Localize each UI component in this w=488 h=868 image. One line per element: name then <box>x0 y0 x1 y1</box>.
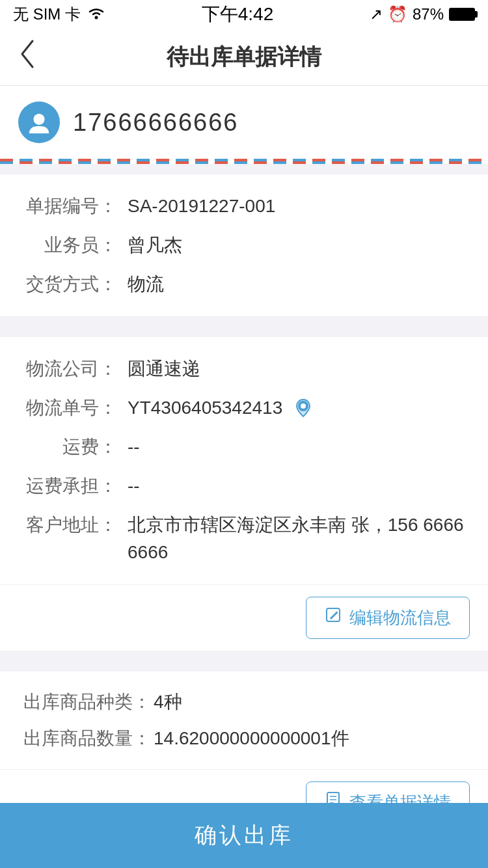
back-button[interactable] <box>18 38 36 75</box>
sales-person-row: 业务员： 曾凡杰 <box>23 232 465 259</box>
status-time: 下午4:42 <box>202 2 274 27</box>
freight-value: -- <box>128 433 465 461</box>
battery-label: 87% <box>413 5 444 23</box>
freight-bearer-label: 运费承担： <box>23 472 128 500</box>
svg-point-0 <box>95 16 98 20</box>
page-title: 待出库单据详情 <box>167 42 321 72</box>
goods-types-row: 出库商品种类： 4种 <box>23 690 465 714</box>
tracking-number-label: 物流单号： <box>23 394 128 422</box>
alarm-icon: ⏰ <box>388 5 407 23</box>
edit-logistics-btn-row: 编辑物流信息 <box>0 584 488 651</box>
dashed-separator <box>0 159 488 164</box>
goods-quantity-label: 出库商品数量： <box>23 726 154 751</box>
edit-logistics-label: 编辑物流信息 <box>349 606 451 629</box>
customer-card: 17666666666 <box>0 86 488 159</box>
status-bar: 无 SIM 卡 下午4:42 ↗ ⏰ 87% <box>0 0 488 29</box>
customer-phone: 17666666666 <box>73 109 238 137</box>
document-number-label: 单据编号： <box>23 193 128 220</box>
tracking-number-text: YT4306405342413 <box>128 394 282 422</box>
delivery-method-label: 交货方式： <box>23 271 128 298</box>
address-value: 北京市市辖区海淀区永丰南 张，156 6666 6666 <box>128 511 465 566</box>
avatar <box>18 102 60 143</box>
sales-person-value: 曾凡杰 <box>128 232 465 259</box>
svg-point-3 <box>301 403 306 409</box>
freight-bearer-value: -- <box>128 472 465 500</box>
delivery-method-row: 交货方式： 物流 <box>23 271 465 298</box>
tracking-number-row: 物流单号： YT4306405342413 <box>23 394 465 422</box>
freight-label: 运费： <box>23 433 128 461</box>
battery-icon <box>449 8 475 21</box>
section-gap-2 <box>0 651 488 661</box>
edit-logistics-button[interactable]: 编辑物流信息 <box>306 597 470 639</box>
goods-types-label: 出库商品种类： <box>23 690 154 714</box>
status-right: ↗ ⏰ 87% <box>370 5 475 23</box>
section-gap-1 <box>0 316 488 327</box>
address-label: 客户地址： <box>23 511 128 539</box>
nav-bar: 待出库单据详情 <box>0 29 488 86</box>
sales-person-label: 业务员： <box>23 232 128 259</box>
edit-icon <box>325 606 343 629</box>
goods-quantity-row: 出库商品数量： 14.620000000000001件 <box>23 726 465 751</box>
logistics-company-row: 物流公司： 圆通速递 <box>23 355 465 383</box>
goods-types-value: 4种 <box>154 690 465 714</box>
wifi-icon <box>87 5 105 23</box>
goods-quantity-value: 14.620000000000001件 <box>154 726 465 751</box>
svg-point-1 <box>33 114 44 125</box>
carrier-label: 无 SIM 卡 <box>13 4 81 25</box>
location-pin-icon[interactable] <box>291 396 315 420</box>
confirm-outbound-button[interactable]: 确认出库 <box>0 803 488 868</box>
delivery-method-value: 物流 <box>128 271 465 298</box>
logistics-company-value: 圆通速递 <box>128 355 465 383</box>
logistics-section: 物流公司： 圆通速递 物流单号： YT4306405342413 运费： -- <box>0 337 488 584</box>
document-number-row: 单据编号： SA-20191227-001 <box>23 193 465 220</box>
content-area: 17666666666 单据编号： SA-20191227-001 业务员： 曾… <box>0 86 488 868</box>
logistics-company-label: 物流公司： <box>23 355 128 383</box>
address-row: 客户地址： 北京市市辖区海淀区永丰南 张，156 6666 6666 <box>23 511 465 566</box>
tracking-number-value: YT4306405342413 <box>128 394 465 422</box>
freight-bearer-row: 运费承担： -- <box>23 472 465 500</box>
document-number-value: SA-20191227-001 <box>128 193 465 220</box>
freight-row: 运费： -- <box>23 433 465 461</box>
goods-section: 出库商品种类： 4种 出库商品数量： 14.620000000000001件 <box>0 671 488 769</box>
confirm-outbound-label: 确认出库 <box>195 821 293 850</box>
order-info-section: 单据编号： SA-20191227-001 业务员： 曾凡杰 交货方式： 物流 <box>0 174 488 316</box>
status-left: 无 SIM 卡 <box>13 4 105 25</box>
location-status-icon: ↗ <box>370 5 383 23</box>
